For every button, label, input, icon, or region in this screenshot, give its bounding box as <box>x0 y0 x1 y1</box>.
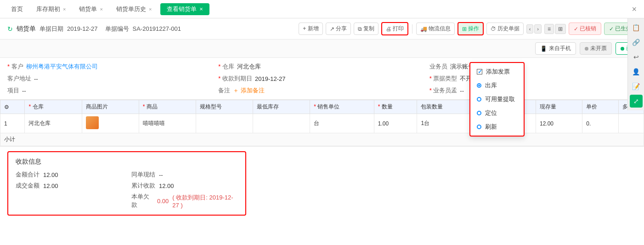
customer-field: 客户 柳州粤港平安气体有限公司 <box>7 63 215 71</box>
dropdown-add-invoice[interactable]: ✓ 添加发票 <box>470 65 524 79</box>
customer-value[interactable]: 柳州粤港平安气体有限公司 <box>26 63 98 71</box>
product-table: ⚙ 仓库 商品图片 商品 规格型号 最低库存 销售单位 数量 包装数量 可用量 … <box>0 100 644 146</box>
print-button[interactable]: 🖨 打印 <box>381 22 408 35</box>
subtotal-label: 小计 <box>0 133 644 146</box>
operation-button[interactable]: ⊞ 操作 <box>458 22 484 35</box>
document-meta: 单据日期 2019-12-27 单据编号 SA-20191227-001 <box>40 25 181 33</box>
ticket-type-label: 票据类型 <box>429 74 458 83</box>
cell-min-stock <box>253 114 310 133</box>
tab-inventory-close[interactable]: × <box>63 6 66 12</box>
col-unit-price: 单价 <box>582 100 618 114</box>
ticket-type-field: 票据类型 不开票 <box>429 74 637 83</box>
logistics-button[interactable]: 🚚 物流信息 <box>416 23 455 35</box>
cell-more <box>618 114 644 133</box>
next-button[interactable]: › <box>534 24 542 34</box>
prev-button[interactable]: ‹ <box>526 24 534 34</box>
cell-sales-unit: 台 <box>310 114 374 133</box>
payment-info-grid: 金额合计 12.00 同单现结 -- 成交金额 12.00 累计收款 12.00… <box>16 171 238 209</box>
green-dot-icon <box>621 47 624 51</box>
toolbar-row: 📱 来自手机 未开票 已 <box>0 40 644 58</box>
print-icon: 🖨 <box>386 26 391 32</box>
dropdown-refresh[interactable]: 刷新 <box>470 120 524 134</box>
col-min-stock: 最低库存 <box>253 100 310 114</box>
tab-view-sales[interactable]: 查看销货单 × <box>160 3 209 15</box>
col-img: 商品图片 <box>82 100 139 114</box>
sold-status-button[interactable]: ✓ 已核销 <box>569 23 601 35</box>
cell-img <box>82 114 139 133</box>
copy-button[interactable]: ⧉ 复制 <box>354 23 378 35</box>
sidebar-user-icon[interactable]: 👤 <box>630 65 643 78</box>
new-button[interactable]: + 新增 <box>299 23 322 35</box>
tab-home[interactable]: 首页 <box>5 0 30 18</box>
project-label: 项目 <box>7 86 19 95</box>
col-spec: 规格型号 <box>196 100 253 114</box>
from-phone-button[interactable]: 📱 来自手机 <box>535 42 576 55</box>
history-button[interactable]: ⏱ 历史单据 <box>486 23 524 35</box>
current-due-row: 本单欠款 0.00 ( 收款到期日: 2019-12-27 ) <box>131 193 238 209</box>
checkbox-icon: ✓ <box>477 69 482 74</box>
deal-amount-label: 成交金额 <box>16 182 40 190</box>
nav-arrows: ‹ › <box>526 24 542 34</box>
cell-unit-price: 0. <box>582 114 618 133</box>
project-value: -- <box>22 87 26 94</box>
document-title-section: ↻ 销货单 单据日期 2019-12-27 单据编号 SA-20191227-0… <box>7 25 181 33</box>
tab-sales-history-close[interactable]: × <box>149 6 152 12</box>
number-label: 单据编号 SA-20191227-001 <box>105 25 181 33</box>
staff2-value: -- <box>460 87 464 94</box>
notes-field: 备注 ＋ 添加备注 <box>218 86 425 95</box>
radio-empty-icon <box>477 97 481 102</box>
document-type-label: 销货单 <box>17 25 36 33</box>
sidebar-expand-icon[interactable]: ⤢ <box>630 95 643 108</box>
radio-locate-icon <box>477 111 481 115</box>
add-note-button[interactable]: ＋ 添加备注 <box>233 86 265 95</box>
due-date-note: ( 收款到期日: 2019-12-27 ) <box>172 194 238 209</box>
history-icon: ⏱ <box>491 26 496 32</box>
copy-icon: ⧉ <box>358 26 362 32</box>
main-content: ↻ 销货单 单据日期 2019-12-27 单据编号 SA-20191227-0… <box>0 18 644 245</box>
tab-inventory[interactable]: 库存期初 × <box>30 0 73 18</box>
phone-icon: 📱 <box>540 46 547 52</box>
col-gear[interactable]: ⚙ <box>0 100 25 114</box>
document-header: ↻ 销货单 单据日期 2019-12-27 单据编号 SA-20191227-0… <box>0 18 644 40</box>
tab-sales-history[interactable]: 销货单历史 × <box>110 0 158 18</box>
dropdown-available-qty[interactable]: 可用量提取 <box>470 92 524 106</box>
sidebar-note-icon[interactable]: 📝 <box>630 80 643 93</box>
gear-icon: ⚙ <box>4 104 9 110</box>
sidebar-reply-icon[interactable]: ↩ <box>630 51 643 63</box>
share-button[interactable]: ↗ 分享 <box>326 23 351 35</box>
cell-warehouse: 河北仓库 <box>25 114 82 133</box>
tab-sales-close[interactable]: × <box>100 6 102 12</box>
deal-amount-row: 成交金额 12.00 <box>16 182 122 190</box>
sidebar-clipboard-icon[interactable]: 📋 <box>630 21 643 34</box>
col-sales-unit: 销售单位 <box>310 100 374 114</box>
document-actions: + 新增 ↗ 分享 ⧉ 复制 🖨 打印 🚚 物流信息 <box>299 22 637 35</box>
total-amount-row: 金额合计 12.00 <box>16 171 122 179</box>
cell-current-stock: 12.00 <box>536 114 582 133</box>
current-due-value: 0.00 <box>157 198 169 205</box>
plus-icon: ＋ <box>233 87 239 94</box>
tab-bar: 首页 库存期初 × 销货单 × 销货单历史 × 查看销货单 × × <box>0 0 644 18</box>
payment-info-section: 收款信息 金额合计 12.00 同单现结 -- 成交金额 12.00 累计收款 … <box>7 151 246 216</box>
warehouse-label: 仓库 <box>218 63 234 71</box>
customer-label: 客户 <box>7 63 23 71</box>
gray-dot-icon <box>585 47 588 51</box>
truck-icon: 🚚 <box>420 26 427 32</box>
table-header-row: ⚙ 仓库 商品图片 商品 规格型号 最低库存 销售单位 数量 包装数量 可用量 … <box>0 100 644 114</box>
tab-view-sales-close[interactable]: × <box>199 6 203 12</box>
cell-qty: 1.00 <box>374 114 417 133</box>
grid-view-button[interactable]: ⊞ <box>555 24 566 34</box>
cumulative-payment-value: 12.00 <box>159 182 174 189</box>
cell-no: 1 <box>0 114 25 133</box>
dropdown-locate[interactable]: 定位 <box>470 106 524 120</box>
tab-sales[interactable]: 销货单 × <box>73 0 109 18</box>
dropdown-outbound[interactable]: 出库 <box>470 79 524 92</box>
right-sidebar: 📋 🔗 ↩ 👤 📝 ⤢ <box>627 18 644 110</box>
notes-label: 备注 <box>218 86 230 95</box>
sidebar-link-icon[interactable]: 🔗 <box>630 36 643 49</box>
current-due-label: 本单欠款 <box>131 193 153 209</box>
window-close-button[interactable]: × <box>632 4 637 14</box>
list-view-button[interactable]: ≡ <box>544 24 554 34</box>
cell-pack-qty: 1台 <box>417 114 474 133</box>
not-open-button[interactable]: 未开票 <box>580 42 612 55</box>
warehouse-field: 仓库 河北仓库 <box>218 63 425 71</box>
